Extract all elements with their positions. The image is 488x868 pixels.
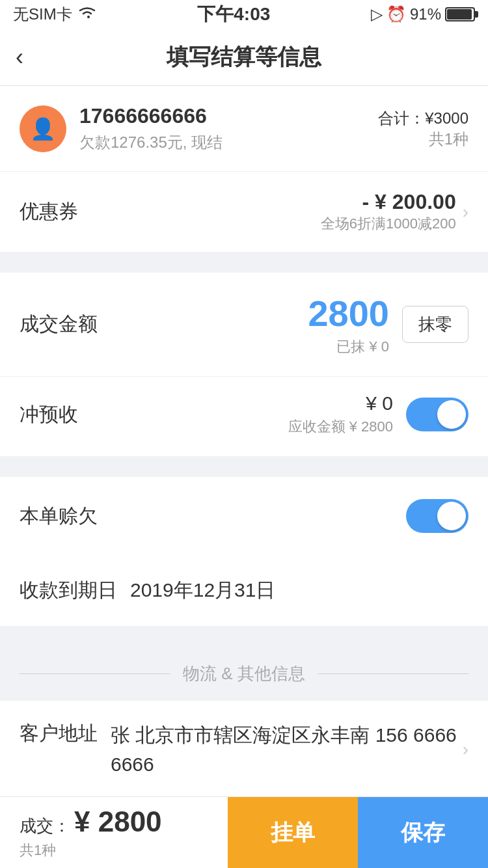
deal-amount-section: 成交金额 2800 已抹 ¥ 0 抹零 冲预收 ¥ 0 应收金额 ¥ 2800 [0, 273, 488, 456]
debit-toggle[interactable] [406, 499, 468, 533]
total-label: 合计：¥3000 [378, 108, 468, 129]
prepay-row: 冲预收 ¥ 0 应收金额 ¥ 2800 [0, 377, 488, 456]
prepay-label: 冲预收 [20, 401, 78, 428]
customer-debt: 欠款1276.35元, 现结 [79, 132, 223, 153]
address-chevron-icon: › [463, 739, 468, 760]
prepay-value: ¥ 0 [366, 392, 393, 414]
toggle-knob [437, 400, 466, 429]
due-date-label: 收款到期日 [20, 577, 117, 604]
prepay-sub: 应收金额 ¥ 2800 [288, 417, 393, 437]
debit-label: 本单赊欠 [20, 503, 98, 530]
coupon-desc: 全场6折满1000减200 [321, 214, 456, 234]
deal-amount-label: 成交金额 [20, 311, 98, 338]
bottom-deal-label: 成交： [20, 815, 70, 837]
deal-col: 2800 已抹 ¥ 0 [308, 292, 389, 357]
coupon-right: - ¥ 200.00 全场6折满1000减200 › [321, 190, 468, 234]
coupon-row[interactable]: 优惠券 - ¥ 200.00 全场6折满1000减200 › [0, 171, 488, 252]
customer-right: 合计：¥3000 共1种 [378, 108, 468, 150]
customer-row: 👤 17666666666 欠款1276.35元, 现结 合计：¥3000 共1… [0, 86, 488, 171]
avatar: 👤 [20, 105, 66, 152]
status-right: ▷ ⏰ 91% [371, 5, 475, 23]
bottom-summary: 成交： ¥ 2800 共1种 [0, 806, 228, 860]
alarm-icon: ⏰ [386, 5, 406, 23]
status-time: 下午4:03 [197, 2, 270, 27]
prepay-col: ¥ 0 应收金额 ¥ 2800 [288, 392, 393, 437]
address-label: 客户地址 [20, 720, 98, 747]
deal-right: 2800 已抹 ¥ 0 抹零 [308, 292, 468, 357]
logistics-label: 物流 & 其他信息 [183, 662, 305, 685]
customer-left: 👤 17666666666 欠款1276.35元, 现结 [20, 104, 223, 153]
coupon-chevron-icon: › [463, 202, 468, 223]
round-zero-button[interactable]: 抹零 [402, 306, 468, 343]
due-date-value: 2019年12月31日 [130, 577, 275, 604]
back-button[interactable]: ‹ [16, 44, 23, 71]
deal-sub: 已抹 ¥ 0 [336, 337, 389, 357]
address-value: 张 北京市市辖区海淀区永丰南 156 6666 6666 [111, 720, 463, 779]
divider-2 [0, 467, 488, 477]
status-bar: 无SIM卡 下午4:03 ▷ ⏰ 91% [0, 0, 488, 29]
deal-amount-value: 2800 [308, 292, 389, 334]
save-button[interactable]: 保存 [358, 797, 488, 869]
nav-bar: ‹ 填写结算等信息 [0, 29, 488, 86]
bottom-bar: 成交： ¥ 2800 共1种 挂单 保存 [0, 796, 488, 868]
hang-order-button[interactable]: 挂单 [228, 797, 358, 869]
deal-amount-row: 成交金额 2800 已抹 ¥ 0 抹零 [0, 273, 488, 377]
carrier-label: 无SIM卡 [13, 4, 72, 25]
customer-card: 👤 17666666666 欠款1276.35元, 现结 合计：¥3000 共1… [0, 86, 488, 252]
prepay-toggle[interactable] [406, 398, 468, 431]
prepay-right: ¥ 0 应收金额 ¥ 2800 [288, 392, 468, 437]
battery-label: 91% [410, 5, 441, 23]
location-icon: ▷ [371, 5, 383, 23]
debit-row: 本单赊欠 [0, 477, 488, 555]
content-area: 👤 17666666666 欠款1276.35元, 现结 合计：¥3000 共1… [0, 86, 488, 868]
coupon-label: 优惠券 [20, 198, 78, 225]
due-date-row: 收款到期日 2019年12月31日 [0, 555, 488, 626]
address-row[interactable]: 客户地址 张 北京市市辖区海淀区永丰南 156 6666 6666 › [0, 701, 488, 798]
wifi-icon [77, 5, 97, 23]
coupon-info: - ¥ 200.00 全场6折满1000减200 [321, 190, 456, 234]
divider-3 [0, 636, 488, 647]
battery-icon [445, 7, 475, 21]
page-title: 填写结算等信息 [167, 42, 321, 72]
logistics-separator: 物流 & 其他信息 [0, 647, 488, 701]
debit-section: 本单赊欠 收款到期日 2019年12月31日 [0, 477, 488, 626]
customer-info: 17666666666 欠款1276.35元, 现结 [79, 104, 223, 153]
sep-line-right [318, 673, 468, 674]
divider-1 [0, 262, 488, 273]
status-left: 无SIM卡 [13, 4, 97, 25]
total-count: 共1种 [378, 129, 468, 150]
bottom-deal-amount: ¥ 2800 [74, 806, 162, 838]
bottom-count: 共1种 [20, 841, 208, 860]
sep-line-left [20, 673, 170, 674]
avatar-icon: 👤 [30, 116, 56, 141]
customer-phone: 17666666666 [79, 104, 223, 128]
debit-toggle-knob [437, 502, 466, 530]
coupon-amount: - ¥ 200.00 [321, 190, 456, 214]
